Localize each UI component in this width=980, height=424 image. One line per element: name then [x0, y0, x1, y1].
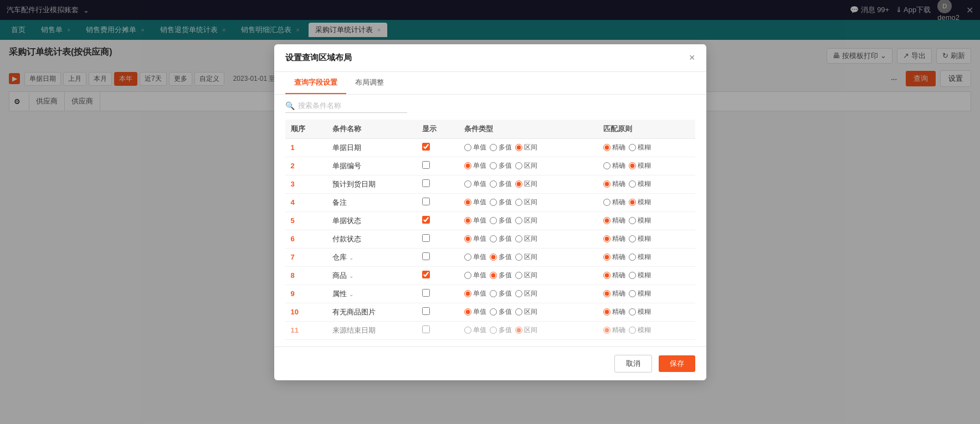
- type-radio-单值[interactable]: 单值: [464, 161, 486, 170]
- type-radio-input-区间[interactable]: [515, 180, 522, 188]
- match-radio-input-精确[interactable]: [603, 272, 610, 279]
- save-btn[interactable]: 保存: [659, 355, 695, 372]
- type-radio-input-单值[interactable]: [464, 180, 471, 188]
- match-radio-input-模糊[interactable]: [629, 180, 636, 188]
- type-radio-区间[interactable]: 区间: [515, 161, 537, 170]
- show-checkbox[interactable]: [422, 289, 430, 297]
- dropdown-caret[interactable]: ⌄: [349, 291, 353, 297]
- type-radio-区间[interactable]: 区间: [515, 198, 537, 207]
- match-radio-精确[interactable]: 精确: [603, 143, 625, 152]
- match-radio-模糊[interactable]: 模糊: [629, 161, 651, 170]
- cancel-btn[interactable]: 取消: [614, 355, 652, 373]
- type-radio-多值[interactable]: 多值: [490, 198, 512, 207]
- type-radio-input-多值[interactable]: [490, 144, 497, 151]
- match-radio-精确[interactable]: 精确: [603, 325, 625, 335]
- dropdown-caret[interactable]: ⌄: [349, 273, 353, 279]
- type-radio-区间[interactable]: 区间: [515, 234, 537, 244]
- type-radio-input-区间[interactable]: [515, 290, 522, 297]
- type-radio-区间[interactable]: 区间: [515, 271, 537, 280]
- match-radio-input-精确[interactable]: [603, 180, 610, 188]
- show-checkbox[interactable]: [422, 179, 430, 187]
- show-checkbox[interactable]: [422, 198, 430, 205]
- match-radio-精确[interactable]: 精确: [603, 161, 625, 170]
- match-radio-精确[interactable]: 精确: [603, 289, 625, 298]
- match-radio-input-模糊[interactable]: [629, 217, 636, 224]
- type-radio-input-多值[interactable]: [490, 290, 497, 297]
- type-radio-input-多值[interactable]: [490, 235, 497, 242]
- type-radio-input-单值[interactable]: [464, 308, 471, 316]
- match-radio-模糊[interactable]: 模糊: [629, 216, 651, 225]
- match-radio-input-模糊[interactable]: [629, 254, 636, 261]
- type-radio-多值[interactable]: 多值: [490, 252, 512, 262]
- match-radio-input-精确[interactable]: [603, 235, 610, 242]
- match-radio-模糊[interactable]: 模糊: [629, 234, 651, 244]
- show-checkbox[interactable]: [422, 325, 430, 333]
- type-radio-多值[interactable]: 多值: [490, 234, 512, 244]
- type-radio-input-区间[interactable]: [515, 308, 522, 316]
- type-radio-单值[interactable]: 单值: [464, 325, 486, 335]
- type-radio-多值[interactable]: 多值: [490, 161, 512, 170]
- type-radio-input-多值[interactable]: [490, 272, 497, 279]
- show-checkbox[interactable]: [422, 143, 430, 151]
- type-radio-单值[interactable]: 单值: [464, 216, 486, 225]
- type-radio-input-单值[interactable]: [464, 235, 471, 242]
- type-radio-input-多值[interactable]: [490, 199, 497, 206]
- type-radio-区间[interactable]: 区间: [515, 143, 537, 152]
- type-radio-单值[interactable]: 单值: [464, 252, 486, 262]
- type-radio-区间[interactable]: 区间: [515, 216, 537, 225]
- match-radio-精确[interactable]: 精确: [603, 234, 625, 244]
- type-radio-input-区间[interactable]: [515, 235, 522, 242]
- type-radio-input-单值[interactable]: [464, 272, 471, 279]
- type-radio-input-多值[interactable]: [490, 308, 497, 316]
- type-radio-input-多值[interactable]: [490, 327, 497, 334]
- show-checkbox[interactable]: [422, 252, 430, 260]
- type-radio-单值[interactable]: 单值: [464, 271, 486, 280]
- match-radio-input-模糊[interactable]: [629, 290, 636, 297]
- type-radio-input-多值[interactable]: [490, 162, 497, 169]
- type-radio-input-区间[interactable]: [515, 327, 522, 334]
- type-radio-多值[interactable]: 多值: [490, 289, 512, 298]
- type-radio-多值[interactable]: 多值: [490, 143, 512, 152]
- show-checkbox[interactable]: [422, 161, 430, 169]
- match-radio-精确[interactable]: 精确: [603, 252, 625, 262]
- type-radio-input-单值[interactable]: [464, 199, 471, 206]
- match-radio-input-模糊[interactable]: [629, 308, 636, 316]
- match-radio-模糊[interactable]: 模糊: [629, 198, 651, 207]
- match-radio-精确[interactable]: 精确: [603, 179, 625, 189]
- match-radio-模糊[interactable]: 模糊: [629, 307, 651, 317]
- show-checkbox[interactable]: [422, 234, 430, 242]
- type-radio-单值[interactable]: 单值: [464, 179, 486, 189]
- match-radio-input-模糊[interactable]: [629, 199, 636, 206]
- match-radio-模糊[interactable]: 模糊: [629, 179, 651, 189]
- match-radio-模糊[interactable]: 模糊: [629, 289, 651, 298]
- type-radio-单值[interactable]: 单值: [464, 234, 486, 244]
- type-radio-input-单值[interactable]: [464, 290, 471, 297]
- match-radio-模糊[interactable]: 模糊: [629, 252, 651, 262]
- type-radio-input-单值[interactable]: [464, 327, 471, 334]
- type-radio-input-区间[interactable]: [515, 144, 522, 151]
- search-input[interactable]: [298, 101, 398, 110]
- type-radio-input-多值[interactable]: [490, 217, 497, 224]
- type-radio-input-区间[interactable]: [515, 217, 522, 224]
- type-radio-区间[interactable]: 区间: [515, 179, 537, 189]
- match-radio-input-精确[interactable]: [603, 199, 610, 206]
- match-radio-input-精确[interactable]: [603, 254, 610, 261]
- type-radio-多值[interactable]: 多值: [490, 179, 512, 189]
- type-radio-多值[interactable]: 多值: [490, 271, 512, 280]
- match-radio-input-模糊[interactable]: [629, 327, 636, 334]
- type-radio-input-区间[interactable]: [515, 272, 522, 279]
- match-radio-input-模糊[interactable]: [629, 235, 636, 242]
- match-radio-input-精确[interactable]: [603, 144, 610, 151]
- type-radio-input-单值[interactable]: [464, 254, 471, 261]
- match-radio-模糊[interactable]: 模糊: [629, 325, 651, 335]
- type-radio-区间[interactable]: 区间: [515, 252, 537, 262]
- type-radio-单值[interactable]: 单值: [464, 307, 486, 317]
- type-radio-input-区间[interactable]: [515, 254, 522, 261]
- type-radio-input-单值[interactable]: [464, 162, 471, 169]
- modal-close-btn[interactable]: ×: [689, 52, 695, 64]
- show-checkbox[interactable]: [422, 307, 430, 315]
- match-radio-input-精确[interactable]: [603, 162, 610, 169]
- match-radio-精确[interactable]: 精确: [603, 216, 625, 225]
- type-radio-input-区间[interactable]: [515, 199, 522, 206]
- match-radio-精确[interactable]: 精确: [603, 198, 625, 207]
